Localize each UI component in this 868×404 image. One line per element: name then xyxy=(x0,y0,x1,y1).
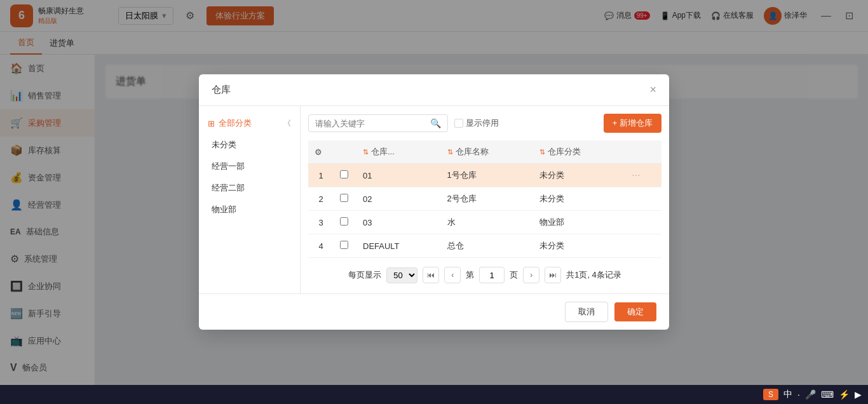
modal-overlay: 仓库 × ⊞ 全部分类 《 未分类 经营一部 经营二部 物业部 xyxy=(0,0,868,404)
page-label: 第 xyxy=(466,269,474,281)
mic-icon: 🎤 xyxy=(805,389,816,400)
th-warehouse-name[interactable]: ⇅仓库名称 xyxy=(441,140,533,164)
table-toolbar: 🔍 显示停用 + 新增仓库 xyxy=(308,114,661,133)
category-sidebar: ⊞ 全部分类 《 未分类 经营一部 经营二部 物业部 xyxy=(199,106,301,293)
table-row[interactable]: 3 03 水 物业部 xyxy=(308,211,661,234)
pagination-bar: 每页显示 50 ⏮ ‹ 第 页 › ⏭ 共1页, 4条记录 xyxy=(308,258,661,286)
show-disabled-checkbox[interactable] xyxy=(454,119,463,128)
row-name: 水 xyxy=(441,211,533,234)
th-settings: ⚙ xyxy=(308,140,334,164)
row-num: 1 xyxy=(308,164,334,187)
last-page-button[interactable]: ⏭ xyxy=(545,267,561,283)
page-input[interactable] xyxy=(479,267,505,283)
row-actions: ··· xyxy=(625,164,661,187)
per-page-label: 每页显示 xyxy=(348,269,381,281)
row-name: 总仓 xyxy=(441,234,533,258)
status-bar: S 中 · 🎤 ⌨ ⚡ ▶ xyxy=(0,385,868,404)
row-actions xyxy=(625,211,661,234)
collapse-icon[interactable]: 《 xyxy=(283,118,291,129)
first-page-button[interactable]: ⏮ xyxy=(423,267,439,283)
status-brand-icon: S xyxy=(763,389,778,400)
row-actions xyxy=(625,187,661,211)
prev-page-button[interactable]: ‹ xyxy=(444,267,461,283)
more-icon[interactable]: ··· xyxy=(632,170,640,180)
table-header-row: ⚙ ⇅仓库... ⇅仓库名称 ⇅仓库分类 xyxy=(308,140,661,164)
row-checkbox-cell[interactable] xyxy=(334,164,356,187)
page-suffix: 页 xyxy=(510,269,518,281)
cat-item-dept2[interactable]: 经营二部 xyxy=(199,177,300,199)
table-row[interactable]: 2 02 2号仓库 未分类 xyxy=(308,187,661,211)
modal-body: ⊞ 全部分类 《 未分类 经营一部 经营二部 物业部 🔍 xyxy=(199,106,669,293)
show-disabled-toggle[interactable]: 显示停用 xyxy=(454,118,499,129)
table-row[interactable]: 1 01 1号仓库 未分类 ··· xyxy=(308,164,661,187)
row-id: 01 xyxy=(356,164,441,187)
row-num: 3 xyxy=(308,211,334,234)
table-row[interactable]: 4 DEFAULT 总仓 未分类 xyxy=(308,234,661,258)
play-icon: ▶ xyxy=(855,389,862,400)
ime-icon: 中 xyxy=(783,389,792,400)
row-category: 未分类 xyxy=(533,164,625,187)
dot-icon: · xyxy=(797,389,800,400)
table-area: 🔍 显示停用 + 新增仓库 ⚙ xyxy=(301,106,669,293)
sort-icon: ⇅ xyxy=(363,148,369,156)
row-actions xyxy=(625,234,661,258)
row-name: 2号仓库 xyxy=(441,187,533,211)
search-box: 🔍 xyxy=(308,114,448,132)
add-warehouse-button[interactable]: + 新增仓库 xyxy=(604,114,661,133)
row-name: 1号仓库 xyxy=(441,164,533,187)
next-page-button[interactable]: › xyxy=(523,267,539,283)
cancel-button[interactable]: 取消 xyxy=(565,302,608,322)
row-num: 2 xyxy=(308,187,334,211)
cat-item-dept1[interactable]: 经营一部 xyxy=(199,156,300,177)
row-checkbox-cell[interactable] xyxy=(334,211,356,234)
modal-footer: 取消 确定 xyxy=(199,293,669,330)
row-checkbox-cell[interactable] xyxy=(334,187,356,211)
row-id: 03 xyxy=(356,211,441,234)
pagination-summary: 共1页, 4条记录 xyxy=(566,269,621,281)
cat-item-unclassified[interactable]: 未分类 xyxy=(199,134,300,156)
th-checkbox xyxy=(334,140,356,164)
th-warehouse-id[interactable]: ⇅仓库... xyxy=(356,140,441,164)
search-input[interactable] xyxy=(315,119,426,128)
row-checkbox-cell[interactable] xyxy=(334,234,356,258)
row-category: 未分类 xyxy=(533,187,625,211)
sort-icon-cat: ⇅ xyxy=(539,148,545,156)
search-icon: 🔍 xyxy=(430,118,441,128)
modal-header: 仓库 × xyxy=(199,74,669,106)
th-warehouse-category[interactable]: ⇅仓库分类 xyxy=(533,140,625,164)
show-disabled-label: 显示停用 xyxy=(466,118,499,129)
row-category: 未分类 xyxy=(533,234,625,258)
keyboard-icon: ⌨ xyxy=(821,389,834,400)
table-body: 1 01 1号仓库 未分类 ··· 2 02 2号仓库 未分类 3 03 水 物… xyxy=(308,164,661,258)
warehouse-table: ⚙ ⇅仓库... ⇅仓库名称 ⇅仓库分类 xyxy=(308,140,661,258)
modal-title: 仓库 xyxy=(212,84,231,96)
row-category: 物业部 xyxy=(533,211,625,234)
all-categories-label: 全部分类 xyxy=(219,118,252,129)
row-id: 02 xyxy=(356,187,441,211)
modal-close-button[interactable]: × xyxy=(649,83,656,97)
th-actions xyxy=(625,140,661,164)
grid-icon: ⊞ xyxy=(208,119,215,128)
row-num: 4 xyxy=(308,234,334,258)
all-categories-item[interactable]: ⊞ 全部分类 《 xyxy=(199,112,300,134)
sort-icon-name: ⇅ xyxy=(447,148,453,156)
warehouse-modal: 仓库 × ⊞ 全部分类 《 未分类 经营一部 经营二部 物业部 xyxy=(199,74,669,330)
confirm-button[interactable]: 确定 xyxy=(614,302,656,321)
cat-item-property[interactable]: 物业部 xyxy=(199,199,300,220)
row-id: DEFAULT xyxy=(356,234,441,258)
per-page-select[interactable]: 50 xyxy=(386,267,417,283)
bolt-icon: ⚡ xyxy=(839,389,850,400)
